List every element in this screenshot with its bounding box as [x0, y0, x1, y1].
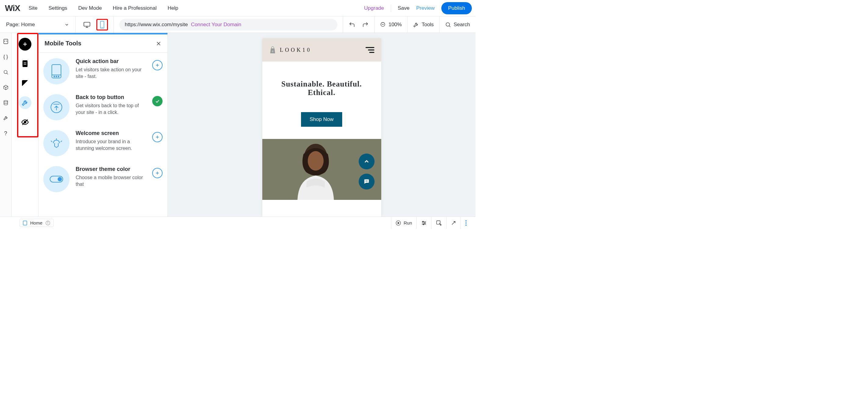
page-chip[interactable]: Home	[20, 219, 54, 227]
site-brand: LOOK10	[280, 47, 312, 53]
back-to-top-fab[interactable]	[359, 153, 374, 169]
add-tool-button[interactable]	[152, 132, 162, 142]
expand-icon	[451, 220, 456, 226]
redo-icon[interactable]	[362, 21, 369, 28]
page-selector[interactable]: Page: Home	[0, 16, 75, 33]
menu-settings[interactable]: Settings	[49, 5, 67, 11]
site-header: 0 LOOK10	[262, 38, 381, 62]
svg-point-53	[48, 222, 48, 222]
mobile-preview[interactable]: 0 LOOK10 Sustainable. Beautiful. Ethical…	[262, 38, 381, 217]
zoom-cell[interactable]: 100%	[374, 16, 407, 33]
svg-marker-55	[398, 222, 400, 224]
top-right: Upgrade Save Preview Publish	[364, 2, 472, 14]
chevron-down-icon	[64, 22, 69, 27]
expand-button[interactable]	[446, 217, 461, 229]
sub-bar: Page: Home https://www.wix.com/mysite Co…	[0, 16, 475, 33]
menu-hire[interactable]: Hire a Professional	[113, 5, 157, 11]
mobile-tools-panel: Mobile Tools Quick action bar Let visito…	[38, 33, 168, 217]
wrench-small-icon[interactable]	[3, 115, 8, 120]
url-text: https://www.wix.com/mysite	[125, 22, 188, 28]
menu-site[interactable]: Site	[29, 5, 37, 11]
preview-button[interactable]: Preview	[416, 5, 435, 11]
svg-rect-17	[24, 63, 26, 63]
svg-rect-50	[23, 221, 27, 225]
undo-icon[interactable]	[349, 21, 355, 28]
kebab-icon	[465, 220, 467, 226]
add-element-button[interactable]	[19, 38, 31, 50]
hidden-elements-button[interactable]	[19, 116, 31, 129]
shop-now-button[interactable]: Shop Now	[301, 112, 342, 127]
desktop-view-button[interactable]	[81, 19, 93, 31]
tools-cell[interactable]: Tools	[407, 16, 439, 33]
database-icon[interactable]	[3, 100, 8, 105]
tool-item-welcome-screen[interactable]: Welcome screen Introduce your brand in a…	[43, 130, 162, 156]
svg-point-10	[4, 70, 7, 74]
hero-headline: Sustainable. Beautiful. Ethical.	[269, 80, 375, 97]
tool-text: Browser theme color Choose a mobile brow…	[75, 166, 146, 187]
desktop-icon	[83, 21, 91, 28]
inspect-icon	[436, 220, 442, 226]
wrench-icon	[21, 99, 29, 106]
svg-rect-49	[365, 181, 368, 181]
device-switcher	[75, 16, 114, 33]
mobile-view-button[interactable]	[96, 19, 108, 31]
settings-sliders-button[interactable]	[416, 217, 431, 229]
tool-title: Welcome screen	[75, 130, 146, 137]
more-button[interactable]	[461, 217, 471, 229]
mobile-tools-button[interactable]	[19, 96, 31, 109]
tool-done-indicator[interactable]	[152, 96, 162, 106]
svg-point-60	[425, 222, 426, 223]
add-tool-button[interactable]	[152, 168, 162, 178]
theme-color-icon	[43, 166, 69, 192]
divider	[391, 5, 391, 12]
quick-action-icon	[43, 58, 69, 84]
code-files-icon[interactable]	[3, 38, 9, 44]
svg-point-61	[423, 224, 424, 225]
package-icon[interactable]	[3, 85, 8, 90]
tool-desc: Choose a mobile browser color that	[75, 174, 146, 187]
svg-point-59	[423, 221, 424, 222]
chat-fab[interactable]	[359, 174, 374, 189]
braces-icon[interactable]: { }	[3, 54, 8, 60]
undo-redo	[343, 16, 374, 33]
svg-point-7	[446, 23, 450, 26]
help-icon[interactable]: ?	[4, 130, 7, 137]
bag-icon[interactable]: 0	[269, 46, 276, 54]
eye-off-icon	[21, 118, 29, 126]
panel-header: Mobile Tools	[38, 34, 167, 53]
url-bar[interactable]: https://www.wix.com/mysite Connect Your …	[119, 19, 337, 31]
body-area: { } ? Mobile Tools	[0, 33, 475, 217]
tool-item-quick-action[interactable]: Quick action bar Let visitors take actio…	[43, 58, 162, 84]
tool-item-back-to-top[interactable]: Back to top button Get visitors back to …	[43, 94, 162, 120]
tool-desc: Get visitors back to the top of your sit…	[75, 102, 146, 115]
info-icon[interactable]	[45, 220, 50, 225]
add-tool-button[interactable]	[152, 60, 162, 70]
canvas[interactable]: 0 LOOK10 Sustainable. Beautiful. Ethical…	[168, 33, 475, 217]
panel-title: Mobile Tools	[44, 40, 82, 47]
menu-dev-mode[interactable]: Dev Mode	[78, 5, 101, 11]
svg-point-13	[4, 101, 8, 102]
upgrade-link[interactable]: Upgrade	[364, 5, 384, 11]
run-button[interactable]: Run	[391, 217, 416, 229]
code-rail: { } ?	[0, 33, 11, 217]
hamburger-icon[interactable]	[365, 47, 374, 53]
plus-small-icon	[155, 171, 159, 175]
pages-button[interactable]	[19, 57, 31, 70]
close-icon[interactable]	[156, 41, 161, 46]
search-cell[interactable]: Search	[439, 16, 475, 33]
model-image	[285, 139, 346, 200]
image-section	[262, 139, 381, 200]
tool-desc: Let visitors take action on your site - …	[75, 66, 146, 79]
publish-button[interactable]: Publish	[441, 2, 472, 14]
save-button[interactable]: Save	[398, 5, 410, 11]
check-icon	[155, 99, 160, 104]
design-button[interactable]	[19, 77, 31, 90]
connect-domain-link[interactable]: Connect Your Domain	[191, 22, 241, 28]
hero-section: Sustainable. Beautiful. Ethical. Shop No…	[262, 62, 381, 139]
menu-help[interactable]: Help	[167, 5, 178, 11]
tool-item-theme-color[interactable]: Browser theme color Choose a mobile brow…	[43, 166, 162, 192]
back-to-top-icon	[43, 94, 69, 120]
inspect-button[interactable]	[431, 217, 446, 229]
tool-title: Back to top button	[75, 94, 146, 101]
search-files-icon[interactable]	[3, 69, 8, 75]
